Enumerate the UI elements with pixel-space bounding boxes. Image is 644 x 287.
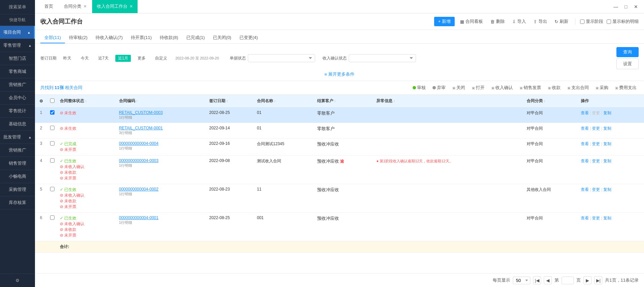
action-income-confirm[interactable]: ▣收入确认: [489, 84, 515, 92]
action-close[interactable]: ▣关闭: [450, 84, 467, 92]
tab-close-income-workbench[interactable]: ✕: [129, 4, 133, 9]
sidebar-item-purchase-mgmt[interactable]: 采购管理: [0, 183, 35, 196]
row-checkbox[interactable]: [50, 215, 54, 220]
sidebar-item-retail-mall[interactable]: 零售商城: [0, 65, 35, 78]
row-check[interactable]: [47, 213, 57, 241]
op-查看[interactable]: 查看: [581, 111, 589, 115]
tab-contract-category[interactable]: 合同分类✕: [59, 0, 92, 13]
op-复制[interactable]: 复制: [603, 187, 611, 192]
contract-code-link[interactable]: 0000000000004-0002: [119, 187, 158, 192]
sidebar-item-smart-store[interactable]: 智慧门店: [0, 52, 35, 65]
th-abnormal[interactable]: 异常信息: [374, 95, 524, 108]
doc-status-select[interactable]: [248, 54, 315, 62]
page-last-btn[interactable]: ▶|: [594, 276, 602, 284]
date-btn-custom[interactable]: 自定义: [152, 55, 170, 62]
action-open[interactable]: ▣打开: [470, 84, 487, 92]
op-变更[interactable]: 变更: [592, 126, 600, 131]
op-变更[interactable]: 变更: [592, 141, 600, 146]
expand-filter-btn[interactable]: ≡ 展开更多条件: [325, 71, 355, 77]
th-check[interactable]: [47, 95, 57, 108]
filter-tab-changed[interactable]: 已变更(4): [235, 33, 262, 43]
tab-home[interactable]: 首页: [39, 0, 59, 13]
page-input[interactable]: 1: [562, 277, 574, 284]
op-复制[interactable]: 复制: [603, 159, 611, 163]
sidebar-item-sales-mgmt[interactable]: 销售管理: [0, 157, 35, 170]
th-sign-date[interactable]: 签订日期: [206, 95, 254, 108]
op-变更[interactable]: 变更: [592, 216, 600, 220]
new-button[interactable]: + 新增: [434, 17, 455, 26]
op-查看[interactable]: 查看: [581, 159, 589, 163]
op-变更[interactable]: 变更: [592, 187, 600, 192]
contract-code-link[interactable]: 0000000000004-0001: [119, 215, 158, 220]
filter-tab-closed[interactable]: 已关闭(0): [209, 33, 235, 43]
sidebar-item-xiaochang[interactable]: 小畅电商: [0, 170, 35, 183]
query-button[interactable]: 查询: [616, 47, 639, 57]
filter-tab-all[interactable]: 全部(11): [40, 33, 65, 43]
filter-tab-pending-invoice[interactable]: 待开票(11): [127, 33, 156, 43]
date-btn-today[interactable]: 今天: [78, 55, 91, 62]
op-查看[interactable]: 查看: [581, 216, 589, 220]
th-settings[interactable]: ⚙: [35, 95, 47, 108]
action-abandon[interactable]: 弃审: [430, 84, 448, 92]
sidebar-item-marketing[interactable]: 营销推广: [0, 78, 35, 91]
sidebar-item-retail-mgmt[interactable]: 零售管理▲: [0, 39, 35, 52]
maximize-btn[interactable]: □: [622, 3, 630, 11]
show-segment-input[interactable]: [580, 19, 584, 24]
action-sales-invoice[interactable]: ▣销售发票: [518, 84, 543, 92]
action-purchase[interactable]: ▣采购: [594, 84, 610, 92]
per-page-select[interactable]: 102050100: [513, 277, 530, 284]
contract-code-link[interactable]: 0000000000004-0004: [119, 141, 158, 146]
sidebar-item-marketing2[interactable]: 营销推广: [0, 144, 35, 157]
th-contract-name[interactable]: 合同名称: [254, 95, 314, 108]
set-button[interactable]: 设置: [616, 58, 639, 69]
action-expense-out[interactable]: ▣费用支出: [613, 84, 639, 92]
row-check[interactable]: [47, 108, 57, 123]
op-查看[interactable]: 查看: [581, 126, 589, 131]
sidebar-search[interactable]: 搜索菜单: [0, 0, 35, 14]
check-all[interactable]: [50, 98, 54, 103]
row-check[interactable]: [47, 138, 57, 156]
page-prev-btn[interactable]: ◀: [544, 276, 552, 284]
filter-tab-completed[interactable]: 已完成(1): [182, 33, 209, 43]
tab-income-workbench[interactable]: 收入合同工作台✕: [92, 0, 138, 13]
date-btn-7days[interactable]: 近7天: [96, 55, 111, 62]
sidebar-item-wholesale-mgmt[interactable]: 批发管理▲: [0, 131, 35, 144]
sidebar-item-project-contract[interactable]: 项目合同▲: [0, 26, 35, 39]
th-contract-code[interactable]: 合同编码: [116, 95, 206, 108]
op-复制[interactable]: 复制: [603, 111, 611, 115]
action-expense-contract[interactable]: ▣支出合同: [565, 84, 591, 92]
tab-close-contract-category[interactable]: ✕: [83, 4, 87, 9]
row-checkbox[interactable]: [50, 110, 54, 115]
date-btn-more[interactable]: 更多: [135, 55, 148, 62]
page-next-btn[interactable]: ▶: [583, 276, 592, 284]
sidebar-quick-nav[interactable]: 快捷导航: [0, 14, 35, 26]
show-detail-checkbox[interactable]: 显示标的明细: [607, 18, 639, 25]
action-collect[interactable]: ▣收款: [546, 84, 563, 92]
minimize-btn[interactable]: —: [612, 3, 620, 11]
row-checkbox[interactable]: [50, 187, 54, 191]
date-btn-yesterday[interactable]: 昨天: [61, 55, 74, 62]
export-btn[interactable]: ⇧ 导出: [531, 17, 549, 26]
sidebar-settings[interactable]: ⚙: [0, 274, 35, 287]
op-查看[interactable]: 查看: [581, 141, 589, 146]
op-变更[interactable]: 变更: [592, 159, 600, 163]
row-checkbox[interactable]: [50, 126, 54, 130]
import-btn[interactable]: ⇩ 导入: [510, 17, 528, 26]
th-contract-status[interactable]: 合同整体状态: [57, 95, 116, 108]
op-复制[interactable]: 复制: [603, 126, 611, 131]
op-查看[interactable]: 查看: [581, 187, 589, 192]
show-detail-input[interactable]: [607, 19, 611, 24]
row-check[interactable]: [47, 184, 57, 213]
sidebar-item-inventory[interactable]: 库存核算: [0, 196, 35, 209]
contract-code-link[interactable]: 0000000000004-0003: [119, 158, 158, 163]
row-checkbox[interactable]: [50, 141, 54, 146]
income-confirm-select[interactable]: [349, 54, 416, 62]
sidebar-item-basic-info[interactable]: 基础信息: [0, 118, 35, 131]
sidebar-item-retail-stats[interactable]: 零售统计: [0, 105, 35, 118]
contract-code-link[interactable]: RETAIL_CUSTOM-0001: [119, 126, 163, 130]
row-checkbox[interactable]: [50, 158, 54, 163]
filter-tab-pending-confirm[interactable]: 待收入确认(7): [91, 33, 127, 43]
th-customer[interactable]: 结算客户: [314, 95, 374, 108]
page-first-btn[interactable]: |◀: [533, 276, 541, 284]
row-check[interactable]: [47, 156, 57, 184]
